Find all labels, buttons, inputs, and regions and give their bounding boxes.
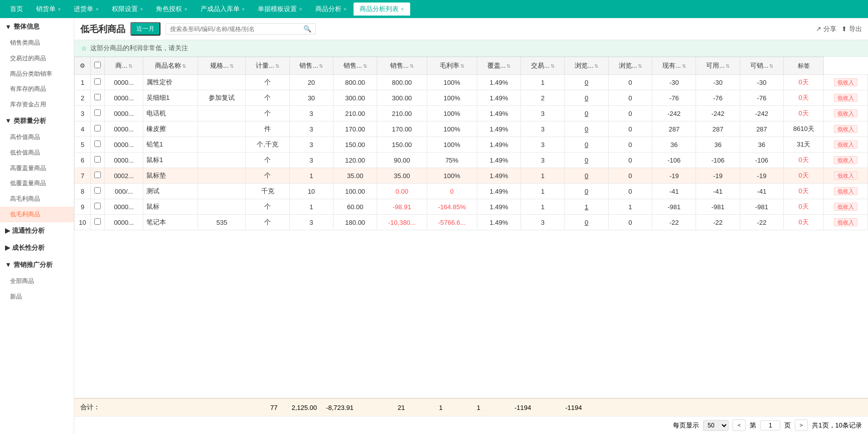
export-button[interactable]: ⬆ 导出 [841,25,862,34]
row-code: 0000... [105,90,143,106]
row-unit: 件 [246,121,289,137]
sidebar-item-high-value[interactable]: 高价值商品 [0,129,74,145]
sidebar-item-low-value[interactable]: 低价值商品 [0,145,74,161]
page-number-input[interactable] [760,420,780,430]
row-transaction[interactable]: 1 [565,199,608,215]
sidebar-item-stocked-goods[interactable]: 有库存的商品 [0,81,74,97]
search-input[interactable] [170,26,303,33]
sidebar-item-stock-capital[interactable]: 库存资金占用 [0,97,74,112]
row-browse2: -106 [652,153,696,168]
row-unit: 个,千克 [246,137,289,153]
row-checkbox[interactable] [91,168,105,184]
row-coverage: 1 [521,199,565,215]
nav-home[interactable]: 首页 [4,3,29,16]
sidebar-item-sales-goods[interactable]: 销售类商品 [0,35,74,51]
row-gross-rate: 1.49% [477,153,520,168]
row-transaction[interactable]: 0 [565,137,608,153]
search-icon[interactable]: 🔍 [303,25,311,33]
sidebar-item-high-coverage[interactable]: 高覆盖量商品 [0,161,74,176]
footer-saleable: -1194 [565,404,582,411]
footer-sales-cost: -8,723.91 [326,404,354,411]
row-transaction[interactable]: 0 [565,168,608,184]
row-checkbox[interactable] [91,215,105,230]
share-button[interactable]: ↗ 分享 [816,25,836,34]
sidebar-item-low-margin[interactable]: 低毛利商品 [0,207,74,222]
next-page-button[interactable]: ＞ [795,419,808,431]
nav-product-in[interactable]: 产成品入库单 × [195,3,251,16]
row-gross-rate: 1.49% [477,121,520,137]
table-row: 2 0000... 吴细细1 参加复试 个 30 300.00 300.00 1… [75,90,868,106]
nav-close-template[interactable]: × [299,6,302,12]
sidebar-item-all-goods[interactable]: 全部商品 [0,273,74,289]
nav-role-auth[interactable]: 角色授权 × [150,3,193,16]
sidebar-item-category-sales-rate[interactable]: 商品分类助销率 [0,66,74,82]
export-icon: ⬆ [841,25,847,33]
select-all-checkbox[interactable] [94,62,101,68]
sidebar-group-growth[interactable]: ▶ 成长性分析 [0,239,74,256]
nav-template[interactable]: 单据模板设置 × [252,3,308,16]
row-checkbox[interactable] [91,153,105,168]
search-box: 🔍 [165,23,316,35]
nav-product-analysis[interactable]: 商品分析 × [309,3,353,16]
nav-close-sales[interactable]: × [58,6,61,12]
row-spec [198,184,246,199]
nav-purchase-order[interactable]: 进货单 × [68,3,104,16]
row-sales-qty: 30 [289,90,333,106]
row-transaction[interactable]: 0 [565,184,608,199]
nav-close-permission[interactable]: × [140,6,143,12]
sidebar-item-traded-goods[interactable]: 交易过的商品 [0,51,74,66]
row-checkbox[interactable] [91,90,105,106]
nav-permission[interactable]: 权限设置 × [106,3,149,16]
row-browse2: -981 [652,199,696,215]
tag-badge: 低收入 [834,203,857,211]
row-transaction[interactable]: 0 [565,75,608,90]
row-spec [198,106,246,121]
col-settings[interactable]: ⚙ [75,57,91,75]
row-transaction[interactable]: 0 [565,215,608,230]
row-checkbox[interactable] [91,137,105,153]
nav-close-role[interactable]: × [184,6,187,12]
row-checkbox[interactable] [91,75,105,90]
table-row: 10 0000... 笔记本 535 个 3 180.00 -10,380...… [75,215,868,230]
row-sales-qty: 10 [289,184,333,199]
date-filter-button[interactable]: 近一月 [130,22,160,36]
sidebar-group-marketing[interactable]: ▼ 营销推广分析 [0,256,74,273]
row-unit: 个 [246,75,289,90]
sidebar-group-overview[interactable]: ▼ 整体信息 [0,18,74,35]
nav-sales-order[interactable]: 销货单 × [30,3,67,16]
nav-close-purchase[interactable]: × [95,6,98,12]
row-checkbox[interactable] [91,199,105,215]
row-transaction[interactable]: 0 [565,106,608,121]
per-page-select[interactable]: 50 100 200 [703,420,729,431]
row-code: 0000... [105,199,143,215]
col-sales-cost: 销售...⇅ [377,57,427,75]
row-spec [198,199,246,215]
sidebar-item-high-margin[interactable]: 高毛利商品 [0,191,74,207]
row-available: -981 [696,199,740,215]
row-gross-rate: 1.49% [477,137,520,153]
sidebar-group-cluster[interactable]: ▼ 类群量分析 [0,112,74,129]
footer-label: 合计： [80,403,100,412]
row-transaction[interactable]: 0 [565,121,608,137]
row-days: 0天 [784,215,824,230]
row-spec [198,153,246,168]
row-transaction[interactable]: 0 [565,153,608,168]
nav-close-analysis-list[interactable]: × [401,6,404,12]
row-checkbox[interactable] [91,121,105,137]
sidebar-item-new-goods[interactable]: 新品 [0,289,74,305]
row-checkbox[interactable] [91,106,105,121]
nav-close-product-in[interactable]: × [242,6,245,12]
nav-close-analysis[interactable]: × [343,6,346,12]
nav-product-analysis-list[interactable]: 商品分析列表 × [354,3,410,16]
row-transaction[interactable]: 0 [565,90,608,106]
row-browse2: 287 [652,121,696,137]
row-browse1: 0 [608,168,652,184]
sidebar-item-low-coverage[interactable]: 低覆盖量商品 [0,176,74,191]
prev-page-button[interactable]: ＜ [733,419,746,431]
row-sales-amt: 300.00 [333,90,377,106]
table-row: 5 0000... 铅笔1 个,千克 3 150.00 150.00 100% … [75,137,868,153]
col-checkbox[interactable] [91,57,105,75]
col-coverage: 覆盖...⇅ [477,57,520,75]
sidebar-group-liquidity[interactable]: ▶ 流通性分析 [0,222,74,239]
row-checkbox[interactable] [91,184,105,199]
